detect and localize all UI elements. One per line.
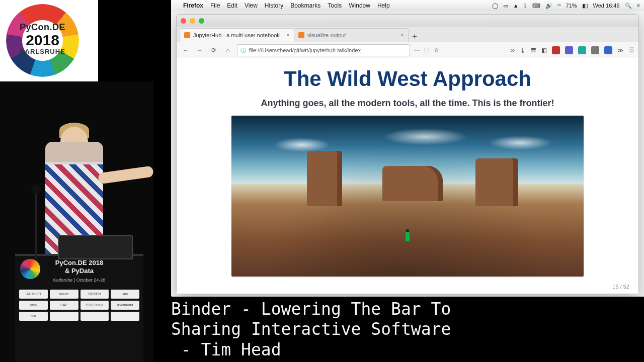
sponsor-cell: PTV Group — [80, 301, 109, 310]
tab-favicon-icon — [184, 32, 190, 38]
lectern-line3: Karlsruhe | October 24-28 — [53, 278, 105, 283]
page-actions-icon[interactable]: ⋯ — [414, 47, 420, 54]
mac-screen: Firefox File Edit View History Bookmarks… — [171, 0, 644, 297]
keyboard-icon[interactable]: ⌨ — [532, 3, 540, 9]
menubar-item[interactable]: Tools — [328, 2, 342, 9]
sidebar-icon[interactable]: ◧ — [541, 47, 547, 54]
tab-close-icon[interactable]: × — [400, 32, 404, 39]
menubar-item[interactable]: Edit — [227, 2, 237, 9]
video-caption: Binder - Lowering The Bar To Sharing Int… — [171, 299, 634, 360]
badge-line2: 2018 — [11, 33, 74, 48]
reader-mode-icon[interactable]: ☐ — [424, 47, 430, 54]
sponsor-cell — [50, 312, 78, 321]
sync-icon[interactable]: ◯ — [492, 3, 498, 9]
sponsor-cell: SAP — [50, 301, 78, 310]
site-info-icon[interactable]: ⓘ — [240, 47, 246, 54]
mesa-icon — [307, 151, 342, 206]
sponsor-cell: solute — [50, 290, 78, 299]
window-zoom-icon[interactable] — [199, 18, 204, 24]
clouds-icon — [231, 121, 584, 161]
tab-title: JupyterHub - a multi-user notebook — [193, 32, 280, 38]
menubar-clock[interactable]: Wed 16:46 — [593, 3, 620, 9]
mesa-icon — [382, 166, 443, 201]
browser-toolbar: ← → ⟳ ⌂ ⓘ file:///Users/thead/git/wtt/ju… — [177, 42, 638, 59]
slide-page-counter: 15 / 52 — [612, 284, 629, 290]
menubar-app-name[interactable]: Firefox — [183, 2, 203, 9]
extension-icon[interactable] — [578, 46, 586, 54]
mesa-icon — [475, 158, 518, 206]
conference-badge: PyCon.DE 2018 KARLSRUHE — [0, 0, 98, 81]
tab-favicon-icon — [298, 32, 304, 38]
lectern: PyCon.DE 2018 & PyData Karlsruhe | Octob… — [15, 254, 143, 362]
menubar-item[interactable]: View — [245, 2, 258, 9]
lectern-logo-icon — [20, 259, 40, 279]
microphone-icon — [35, 188, 37, 258]
extension-icon[interactable] — [552, 46, 560, 54]
home-button[interactable]: ⌂ — [223, 45, 233, 55]
page-content[interactable]: The Wild West Approach Anything goes, al… — [177, 58, 638, 294]
display-icon[interactable]: ▭ — [503, 3, 508, 9]
window-titlebar[interactable] — [177, 15, 638, 27]
url-bar[interactable]: ⓘ file:///Users/thead/git/wtt/jupyterhub… — [237, 44, 410, 56]
macos-menubar: Firefox File Edit View History Bookmarks… — [171, 0, 644, 11]
menubar-item[interactable]: File — [210, 2, 220, 9]
url-text: file:///Users/thead/git/wtt/jupyterhub-t… — [249, 47, 361, 53]
sponsor-cell — [111, 312, 139, 321]
airplay-icon[interactable]: ▲ — [513, 3, 519, 9]
library-icon[interactable]: 𝌆 — [531, 47, 536, 54]
wifi-icon[interactable]: ⌔ — [557, 3, 561, 9]
badge-line1: PyCon.DE — [11, 22, 74, 33]
badge-text: PyCon.DE 2018 KARLSRUHE — [11, 22, 74, 55]
slide: The Wild West Approach Anything goes, al… — [177, 58, 638, 277]
laptop-icon — [58, 235, 133, 259]
nav-forward-button[interactable]: → — [195, 45, 205, 55]
extension-icon[interactable] — [565, 46, 573, 54]
new-tab-button[interactable]: ＋ — [408, 31, 421, 42]
menubar-status: ◯ ▭ ▲ ᛒ ⌨ 🔊 ⌔ 71% ▮▯ Wed 16:46 🔍 ≡ — [492, 3, 640, 9]
sponsor-cell — [80, 312, 109, 321]
sponsor-cell: sas — [111, 290, 139, 299]
menubar-item[interactable]: Bookmarks — [290, 2, 320, 9]
window-close-icon[interactable] — [181, 18, 186, 24]
badge-line3: KARLSRUHE — [11, 48, 74, 55]
slide-hero-image — [231, 116, 584, 277]
extension-icon[interactable] — [604, 46, 612, 54]
menubar-item[interactable]: Window — [349, 2, 370, 9]
window-minimize-icon[interactable] — [190, 18, 195, 24]
sponsor-cell: d:Altmond — [111, 301, 139, 310]
hamburger-menu-icon[interactable]: ☰ — [629, 47, 634, 54]
overflow-menu-icon[interactable]: ≫ — [617, 47, 624, 54]
firefox-window: JupyterHub - a multi-user notebook × vis… — [176, 14, 639, 294]
menubar-item[interactable]: History — [265, 2, 283, 9]
sponsor-cell: oca — [19, 312, 48, 321]
browser-tab[interactable]: visualize-output × — [294, 28, 409, 42]
speaker-arm — [98, 165, 154, 184]
battery-icon[interactable]: ▮▯ — [582, 3, 588, 9]
sponsor-cell: yelp — [19, 301, 48, 310]
menubar-item[interactable]: Help — [377, 2, 390, 9]
tab-strip: JupyterHub - a multi-user notebook × vis… — [177, 27, 638, 42]
bookmark-star-icon[interactable]: ☆ — [434, 47, 439, 54]
spotlight-icon[interactable]: 🔍 — [625, 3, 632, 9]
lectern-line2: & PyData — [65, 267, 94, 275]
tab-close-icon[interactable]: × — [286, 32, 290, 39]
battery-percent[interactable]: 71% — [566, 3, 577, 9]
sponsor-grid: DAIMLER solute ROSEN sas yelp SAP PTV Gr… — [15, 287, 143, 324]
volume-icon[interactable]: 🔊 — [545, 3, 552, 9]
bluetooth-icon[interactable]: ᛒ — [524, 3, 527, 9]
slide-subtitle: Anything goes, all the modern tools, all… — [197, 98, 618, 109]
browser-tab-active[interactable]: JupyterHub - a multi-user notebook × — [180, 28, 294, 42]
slide-title: The Wild West Approach — [197, 67, 618, 91]
reload-button[interactable]: ⟳ — [209, 45, 219, 55]
notification-center-icon[interactable]: ≡ — [637, 3, 640, 9]
container-icon[interactable]: ∞ — [510, 47, 515, 54]
nav-back-button[interactable]: ← — [181, 45, 191, 55]
person-icon — [406, 232, 410, 241]
sponsor-cell: DAIMLER — [19, 290, 48, 299]
speaker-panel: PyCon.DE 2018 & PyData Karlsruhe | Octob… — [0, 81, 153, 362]
extension-icon[interactable] — [591, 46, 599, 54]
lectern-line1: PyCon.DE 2018 — [55, 259, 103, 266]
sponsor-cell: ROSEN — [80, 290, 109, 299]
downloads-icon[interactable]: ⭳ — [520, 47, 526, 54]
tab-title: visualize-output — [307, 32, 346, 38]
